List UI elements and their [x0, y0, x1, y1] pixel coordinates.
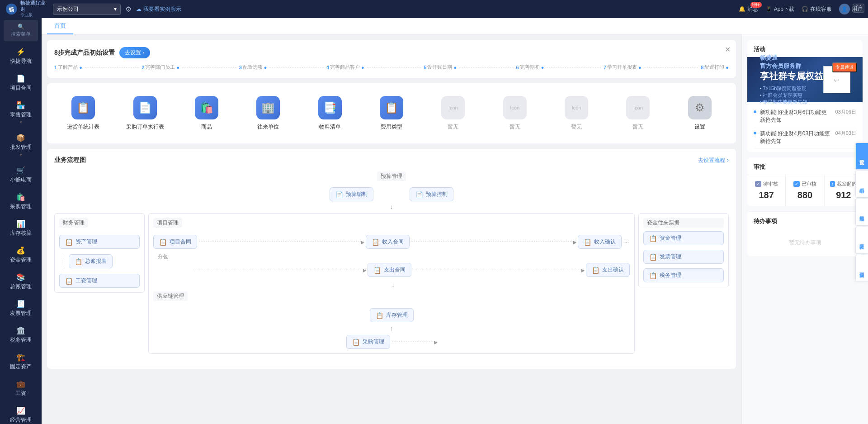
sidebar-item-project-contract[interactable]: 📄 项目合同 [0, 70, 42, 96]
online-service-btn[interactable]: 🎧 在线客服 [802, 5, 832, 13]
header-settings-icon[interactable]: ⚙ [125, 5, 132, 14]
inventory-icon: 📊 [16, 219, 25, 228]
company-selector[interactable]: 示例公司 ▾ [53, 4, 121, 15]
expand-button[interactable]: ⛶ [853, 4, 864, 13]
step-1[interactable]: 1了解产品 ● [54, 64, 82, 71]
step-4[interactable]: 4完善商品客户 ● [326, 64, 364, 71]
step-7[interactable]: 7学习开单报表 ● [604, 64, 642, 71]
sidebar-item-fixed-assets[interactable]: 🏗️ 固定资产 [0, 348, 42, 375]
flow-node-budget-make[interactable]: 📄 预算编制 [330, 187, 373, 201]
go-settings-button[interactable]: 去设置 › [119, 47, 150, 58]
flow-node-inventory[interactable]: 📋 库存管理 [370, 308, 414, 322]
rqn-home-settings[interactable]: 首页设置 [855, 143, 868, 170]
activity-list: 新功能|好业财3月6日功能更新抢先知 03月06日 新功能|好业财4月03日功能… [747, 102, 863, 152]
search-label: 搜索菜单 [7, 31, 34, 38]
rqn-hotline[interactable]: 客服热线 [855, 199, 868, 226]
icon-card-empty-3[interactable]: Icon 暂无 [547, 91, 605, 136]
approval-pending[interactable]: ✓ 待审核 187 [747, 175, 786, 206]
bom-icon: 📑 [318, 96, 342, 119]
sidebar-item-invoice[interactable]: 🧾 发票管理 [0, 295, 42, 322]
sidebar-item-operations[interactable]: 📈 经营管理 [0, 402, 42, 424]
sidebar-item-salary[interactable]: 💼 工资 [0, 375, 42, 402]
income-confirm-icon: 📋 [584, 238, 591, 246]
message-badge: 99+ [750, 2, 762, 8]
flow-node-project-contract[interactable]: 📋 项目合同 [153, 235, 197, 249]
icon-card-empty-2[interactable]: Icon 暂无 [486, 91, 544, 136]
pending-icon: ✓ [755, 181, 761, 187]
flow-node-budget-control[interactable]: 📄 预算控制 [410, 187, 453, 201]
salary-icon: 💼 [16, 380, 25, 388]
step-5[interactable]: 5设开账日期 ● [424, 64, 457, 71]
flow-node-salary[interactable]: 📋 工资管理 [59, 274, 140, 288]
icon-card-po-exec[interactable]: 📄 采购订单执行表 [116, 91, 174, 136]
phone-icon: 📱 [765, 6, 772, 12]
icons-grid: 📋 进货单统计表 📄 采购订单执行表 🛍️ 商品 🏢 [54, 91, 729, 136]
step-8[interactable]: 8配置打印 ● [701, 64, 729, 71]
sidebar-item-inventory[interactable]: 📊 库存核算 [0, 215, 42, 242]
flow-node-purchase[interactable]: 📋 采购管理 [346, 335, 390, 349]
flow-node-income-confirm[interactable]: 📋 收入确认 [578, 235, 622, 249]
chevron-down-icon: ▾ [114, 6, 117, 12]
activity-join-btn[interactable]: 专属通道 [832, 62, 857, 72]
icon-card-bom[interactable]: 📑 物料清单 [301, 91, 359, 136]
app-download-btn[interactable]: 📱 App下载 [765, 5, 794, 13]
lightning-icon: ⚡ [16, 48, 25, 56]
salary-flow-icon: 📋 [65, 277, 73, 285]
tab-bar: 首页 [42, 18, 868, 34]
setup-close-button[interactable]: ✕ [725, 45, 731, 54]
flow-node-expense-confirm[interactable]: 📋 支出确认 [586, 263, 630, 277]
purchase-icon: 🛍️ [16, 193, 25, 201]
flow-node-fund-mgmt[interactable]: 📋 资金管理 [643, 231, 724, 245]
message-btn[interactable]: 🔔 消息 99+ [739, 5, 758, 13]
flow-node-tax-mgmt[interactable]: 📋 税务管理 [643, 268, 724, 282]
budget-group-label: 预算管理 [377, 172, 406, 181]
svg-text:畅: 畅 [9, 6, 14, 13]
icon-card-cost-type[interactable]: 📋 费用类型 [363, 91, 420, 136]
asset-icon: 📋 [65, 238, 73, 246]
sidebar-item-retail[interactable]: 🏪 零售管理 ▾ [0, 96, 42, 129]
flow-node-asset[interactable]: 📋 资产管理 [59, 235, 140, 249]
step-6[interactable]: 6完善期初 ● [516, 64, 544, 71]
demo-link[interactable]: ☁ 我要看实例演示 [136, 5, 181, 13]
icon-card-settings[interactable]: ⚙ 设置 [671, 91, 729, 136]
tab-home[interactable]: 首页 [47, 18, 73, 34]
flow-node-income-contract[interactable]: 📋 收入合同 [366, 235, 410, 249]
rqn-community[interactable]: 服务社区 [855, 227, 868, 254]
icon-card-empty-1[interactable]: Icon 暂无 [424, 91, 482, 136]
icon-card-partner[interactable]: 🏢 往来单位 [239, 91, 297, 136]
sidebar-item-quick-nav[interactable]: ⚡ 快捷导航 [0, 43, 42, 70]
sidebar: 🔍 搜索菜单 ⚡ 快捷导航 📄 项目合同 🏪 零售管理 ▾ 📦 批发管理 ▾ 🛒… [0, 18, 42, 424]
sidebar-item-wholesale[interactable]: 📦 批发管理 ▾ [0, 129, 42, 162]
step-2[interactable]: 2完善部门员工 ● [142, 64, 179, 71]
cart-icon: 🛒 [16, 166, 25, 175]
step-3[interactable]: 3配置选项 ● [239, 64, 267, 71]
sidebar-item-fund[interactable]: 💰 资金管理 [0, 242, 42, 268]
rqn-desktop[interactable]: 桌面快捷 [855, 255, 868, 282]
flow-node-expense-contract[interactable]: 📋 支出合同 [368, 263, 411, 277]
sidebar-item-ledger[interactable]: 📚 总账管理 [0, 268, 42, 295]
pending-panel: 待办事项 暂无待办事项 [747, 211, 863, 256]
sidebar-item-purchase[interactable]: 🛍️ 采购管理 [0, 188, 42, 215]
funds-label: 资金往来票据 [643, 218, 724, 228]
chevron2-icon: ▾ [20, 152, 22, 157]
sidebar-search[interactable]: 🔍 搜索菜单 [4, 20, 38, 41]
rqn-help-center[interactable]: 帮助中心 [855, 171, 868, 198]
header-right: 🔔 消息 99+ 📱 App下载 🎧 在线客服 👤 用户 [739, 4, 863, 14]
done-count: 880 [789, 190, 820, 200]
project-label: 项目管理 [153, 218, 182, 228]
activity-item-2[interactable]: 新功能|好业财4月03日功能更新抢先知 04月03日 [754, 127, 856, 148]
business-flow-panel: 业务流程图 去设置流程 › 预算管理 [47, 149, 736, 369]
approval-done[interactable]: ✓ 已审核 880 [786, 175, 824, 206]
empty-1-icon: Icon [441, 96, 465, 119]
activity-item-1[interactable]: 新功能|好业财3月6日功能更新抢先知 03月06日 [754, 106, 856, 127]
icon-card-empty-4[interactable]: Icon 暂无 [609, 91, 667, 136]
flow-settings-link[interactable]: 去设置流程 › [698, 157, 729, 164]
sidebar-item-tax[interactable]: 🏛️ 税务管理 [0, 322, 42, 348]
icon-card-goods[interactable]: 🛍️ 商品 [178, 91, 236, 136]
flow-node-invoice-mgmt[interactable]: 📋 发票管理 [643, 250, 724, 264]
pending-title: 待办事项 [747, 211, 863, 229]
headset-icon: 🎧 [802, 6, 808, 12]
icon-card-stock-report[interactable]: 📋 进货单统计表 [54, 91, 112, 136]
flow-node-ledger[interactable]: 📋 总账报表 [69, 254, 113, 268]
sidebar-item-ecommerce[interactable]: 🛒 小畅电商 [0, 162, 42, 188]
